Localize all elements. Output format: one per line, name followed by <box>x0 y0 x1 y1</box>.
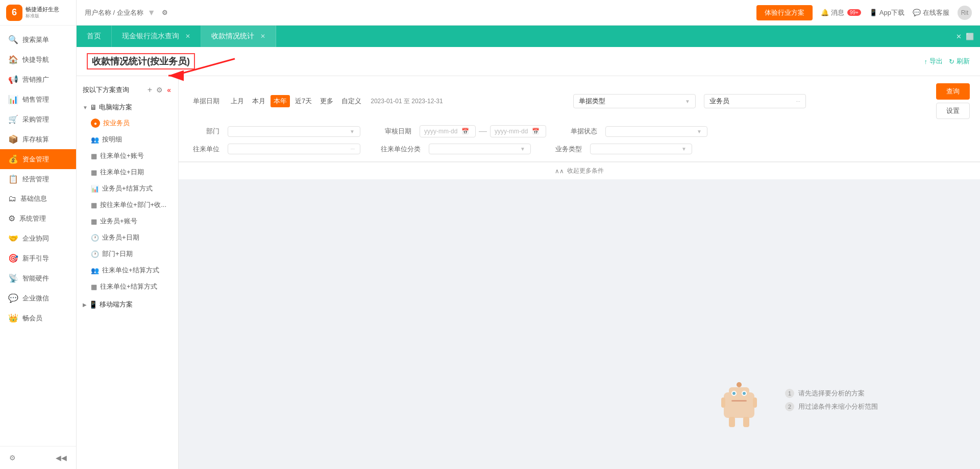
scheme-item-unit-settle1[interactable]: 👥 往来单位+结算方式 <box>77 262 178 278</box>
sidebar-item-inventory[interactable]: 📦 库存核算 <box>0 129 76 149</box>
table-icon4: ▦ <box>91 218 97 225</box>
sidebar-item-sales[interactable]: 📊 销售管理 <box>0 89 76 109</box>
tab-maximize-btn[interactable]: ⬜ <box>966 33 974 40</box>
voucher-status-select[interactable]: ▼ <box>605 126 707 137</box>
breadcrumb-arrow: ▼ <box>148 8 156 17</box>
scheme-item-unit-settle2[interactable]: ▦ 往来单位+结算方式 <box>77 278 178 295</box>
scheme-item-salesman-account[interactable]: ▦ 业务员+账号 <box>77 213 178 229</box>
counterparty-cat-select[interactable]: ▼ <box>429 144 531 154</box>
tab-bank-flow[interactable]: 现金银行流水查询 ✕ <box>112 26 201 47</box>
scheme-item-salesman-date[interactable]: 🕐 业务员+日期 <box>77 229 178 246</box>
voucher-status-arrow: ▼ <box>697 129 702 134</box>
review-date-to[interactable]: yyyy-mm-dd 📅 <box>490 125 546 137</box>
messages-btn[interactable]: 🔔 消息 99+ <box>821 8 861 17</box>
system-icon: ⚙ <box>8 214 15 223</box>
scheme-items-desktop: ● 按业务员 👥 按明细 ▦ 往来单位+账号 ▦ <box>77 115 178 295</box>
date-btn-7days[interactable]: 近7天 <box>292 95 315 107</box>
top-bar: 用户名称 / 企业名称 ▼ ⚙ 体验行业方案 🔔 消息 99+ 📱 App下载 … <box>77 0 980 26</box>
sidebar-item-wechat[interactable]: 💬 企业微信 <box>0 288 76 308</box>
date-btn-more[interactable]: 更多 <box>317 95 336 107</box>
chart-icon: 📊 <box>91 185 99 193</box>
table-icon1: ▦ <box>91 152 97 160</box>
review-date-from[interactable]: yyyy-mm-dd 📅 <box>420 125 476 137</box>
date-option-btns: 上月 本月 本年 近7天 更多 自定义 2023-01-01 至 2023-12… <box>228 95 443 107</box>
sidebar-item-hardware[interactable]: 📡 智能硬件 <box>0 268 76 288</box>
scheme-item-dept-date[interactable]: 🕐 部门+日期 <box>77 246 178 262</box>
scheme-item-detail[interactable]: 👥 按明细 <box>77 131 178 148</box>
date-btn-this-year[interactable]: 本年 <box>271 95 290 107</box>
scheme-settings-btn[interactable]: ⚙ <box>155 84 164 96</box>
operations-icon: 📋 <box>8 174 18 184</box>
tab-receipt-stats-close[interactable]: ✕ <box>260 33 265 40</box>
sidebar-item-marketing[interactable]: 📢 营销推广 <box>0 69 76 89</box>
collapse-sidebar-btn[interactable]: ◀◀ <box>55 453 68 463</box>
basics-icon: 🗂 <box>8 194 16 203</box>
settings-top-btn[interactable]: ⚙ <box>162 9 168 16</box>
refresh-btn[interactable]: ↻ 刷新 <box>949 57 970 66</box>
page-header-actions: ↑ 导出 ↻ 刷新 <box>924 57 970 66</box>
scheme-item-unit-dept[interactable]: ▦ 按往来单位+部门+收... <box>77 197 178 213</box>
online-service-btn[interactable]: 💬 在线客服 <box>913 8 949 17</box>
voucher-type-select[interactable]: 单据类型 ▼ <box>573 94 696 108</box>
finance-icon: 💰 <box>8 154 18 164</box>
business-type-arrow: ▼ <box>681 146 687 152</box>
department-select[interactable]: ▼ <box>228 126 360 137</box>
user-avatar[interactable]: Rit <box>958 6 972 20</box>
voucher-status-label: 单据状态 <box>567 127 597 136</box>
sidebar-item-guide[interactable]: 🎯 新手引导 <box>0 248 76 268</box>
table-icon5: ▦ <box>91 283 97 291</box>
salesman-select[interactable]: 业务员 ··· <box>704 94 806 108</box>
sidebar-item-system[interactable]: ⚙ 系统管理 <box>0 208 76 228</box>
scheme-item-unit-date[interactable]: ▦ 往来单位+日期 <box>77 164 178 180</box>
sidebar-item-search[interactable]: 🔍 搜索菜单 <box>0 30 76 50</box>
scheme-group-mobile-header[interactable]: ▶ 📱 移动端方案 <box>77 297 178 312</box>
body-layout: 按以下方案查询 + ⚙ « ▼ 🖥 电脑端方案 <box>77 76 980 469</box>
app-edition: 标准版 <box>26 13 59 19</box>
left-panel-header-actions: + ⚙ « <box>146 84 172 96</box>
svg-rect-10 <box>743 417 749 427</box>
tip-num-1: 1 <box>785 389 794 398</box>
svg-rect-6 <box>731 400 747 402</box>
counterparty-more: ··· <box>351 146 355 152</box>
app-download-btn[interactable]: 📱 App下载 <box>869 8 904 17</box>
sidebar-nav: 🔍 搜索菜单 🏠 快捷导航 📢 营销推广 📊 销售管理 🛒 采购管理 📦 库存核… <box>0 26 76 446</box>
export-btn[interactable]: ↑ 导出 <box>924 57 943 66</box>
sidebar-item-member[interactable]: 👑 畅会员 <box>0 308 76 328</box>
sidebar-item-collab[interactable]: 🤝 企业协同 <box>0 228 76 248</box>
tab-home[interactable]: 首页 <box>77 26 112 47</box>
scheme-item-salesman-settle[interactable]: 📊 业务员+结算方式 <box>77 180 178 197</box>
scheme-item-by-salesman[interactable]: ● 按业务员 <box>77 115 178 131</box>
date-btn-last-month[interactable]: 上月 <box>228 95 247 107</box>
business-type-select[interactable]: ▼ <box>590 144 692 154</box>
svg-rect-7 <box>721 397 725 408</box>
scheme-item-unit-account[interactable]: ▦ 往来单位+账号 <box>77 148 178 164</box>
query-btn[interactable]: 查询 <box>936 83 970 100</box>
date-btn-this-month[interactable]: 本月 <box>249 95 268 107</box>
salesman-arrow: ··· <box>796 99 800 104</box>
trial-btn[interactable]: 体验行业方案 <box>756 5 813 20</box>
settings-footer-btn[interactable]: ⚙ <box>8 453 17 463</box>
counterparty-select[interactable]: ··· <box>228 144 360 154</box>
scheme-group-desktop-header[interactable]: ▼ 🖥 电脑端方案 <box>77 100 178 115</box>
settings-btn[interactable]: 设置 <box>936 103 970 119</box>
date-btn-custom[interactable]: 自定义 <box>338 95 364 107</box>
left-panel-header: 按以下方案查询 + ⚙ « <box>77 82 178 100</box>
sidebar-item-operations[interactable]: 📋 经营管理 <box>0 169 76 189</box>
empty-state-illustration <box>714 372 765 428</box>
guide-icon: 🎯 <box>8 253 18 263</box>
sidebar-item-basics[interactable]: 🗂 基础信息 <box>0 189 76 208</box>
sidebar-item-nav[interactable]: 🏠 快捷导航 <box>0 50 76 69</box>
group-expand-arrow: ▼ <box>83 105 88 110</box>
tab-close-btn[interactable]: ✕ <box>956 33 962 40</box>
collapse-panel-btn[interactable]: « <box>166 84 172 96</box>
collapse-bar[interactable]: ∧∧ 收起更多条件 <box>179 162 980 179</box>
add-scheme-btn[interactable]: + <box>146 84 153 96</box>
clock-icon1: 🕐 <box>91 234 99 242</box>
tab-receipt-stats[interactable]: 收款情况统计 ✕ <box>201 26 276 47</box>
sidebar-item-finance[interactable]: 💰 资金管理 <box>0 149 76 169</box>
scheme-group-mobile: ▶ 📱 移动端方案 <box>77 297 178 312</box>
content-area: 1 请先选择要分析的方案 2 用过滤条件来缩小分析范围 <box>179 179 980 469</box>
sidebar-item-purchase[interactable]: 🛒 采购管理 <box>0 109 76 129</box>
tab-window-btns: ✕ ⬜ <box>950 26 980 47</box>
tab-bank-flow-close[interactable]: ✕ <box>185 33 190 40</box>
